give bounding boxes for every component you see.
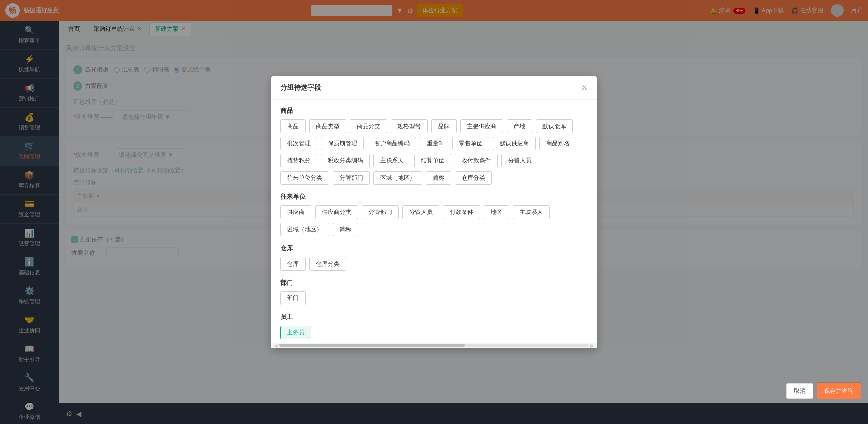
- field-tag-region[interactable]: 区域（地区）: [373, 171, 422, 185]
- cancel-button[interactable]: 取消: [786, 383, 813, 399]
- section-warehouse: 仓库 仓库 仓库分类: [280, 244, 588, 271]
- section-counterpart: 往来单位 供应商 供应商分类 分管部门 分管人员 付款条件 地区 主联系人 区域…: [280, 193, 588, 236]
- modal-header: 分组待选字段 ✕: [271, 76, 597, 100]
- field-tag-spec-model[interactable]: 规格型号: [391, 119, 428, 133]
- field-tag-settle-unit[interactable]: 结算单位: [414, 154, 451, 167]
- field-tag-dept[interactable]: 分管部门: [333, 171, 370, 185]
- field-tag-customer-code[interactable]: 客户商品编码: [368, 137, 416, 150]
- field-tag-cp-dept[interactable]: 分管部门: [362, 205, 399, 219]
- field-tag-pick-points[interactable]: 拣货积分: [280, 154, 317, 167]
- department-fields: 部门: [280, 291, 588, 305]
- field-tag-quality[interactable]: 保质期管理: [321, 137, 364, 150]
- field-tag-origin[interactable]: 产地: [507, 119, 532, 133]
- field-tag-cp-region[interactable]: 区域（地区）: [280, 223, 329, 236]
- field-tag-product-category[interactable]: 商品分类: [350, 119, 387, 133]
- section-product: 商品 商品 商品类型 商品分类 规格型号 品牌 主要供应商 产地 默认仓库 批次…: [280, 107, 588, 185]
- section-product-title: 商品: [280, 107, 588, 115]
- product-fields: 商品 商品类型 商品分类 规格型号 品牌 主要供应商 产地 默认仓库 批次管理 …: [280, 119, 588, 185]
- field-tag-supervisor[interactable]: 分管人员: [501, 154, 538, 167]
- field-tag-counterpart-category[interactable]: 往来单位分类: [280, 171, 329, 185]
- section-employee: 员工 业务员: [280, 313, 588, 339]
- hscrollbar[interactable]: [279, 344, 589, 347]
- field-tag-supplier-category[interactable]: 供应商分类: [315, 205, 358, 219]
- modal-dialog: 分组待选字段 ✕ 商品 商品 商品类型 商品分类 规格型号 品牌 主要供应商 产…: [271, 76, 597, 348]
- field-tag-product[interactable]: 商品: [280, 119, 306, 133]
- modal-footer-actions: 取消 保存并查询: [786, 379, 861, 403]
- modal-close-button[interactable]: ✕: [581, 83, 588, 93]
- field-tag-default-supplier[interactable]: 默认供应商: [493, 137, 536, 150]
- save-query-button[interactable]: 保存并查询: [817, 383, 861, 399]
- modal-body: 商品 商品 商品类型 商品分类 规格型号 品牌 主要供应商 产地 默认仓库 批次…: [271, 100, 597, 343]
- modal-overlay: 分组待选字段 ✕ 商品 商品 商品类型 商品分类 规格型号 品牌 主要供应商 产…: [0, 0, 868, 424]
- field-tag-retail-unit[interactable]: 零售单位: [452, 137, 489, 150]
- section-counterpart-title: 往来单位: [280, 193, 588, 201]
- field-tag-cp-short-name[interactable]: 简称: [333, 223, 358, 236]
- field-tag-salesperson[interactable]: 业务员: [280, 326, 311, 339]
- field-tag-main-contact[interactable]: 主联系人: [373, 154, 410, 167]
- warehouse-fields: 仓库 仓库分类: [280, 257, 588, 271]
- section-department-title: 部门: [280, 279, 588, 287]
- hscroll-right[interactable]: ▶: [590, 343, 594, 348]
- field-tag-payment-cond[interactable]: 付款条件: [443, 205, 480, 219]
- field-tag-tax-code[interactable]: 税收分类编码: [321, 154, 370, 167]
- field-tag-warehouse-cat[interactable]: 仓库分类: [309, 257, 346, 271]
- field-tag-area[interactable]: 地区: [484, 205, 509, 219]
- field-tag-department[interactable]: 部门: [280, 291, 306, 305]
- hscroll-left[interactable]: ◀: [274, 343, 278, 348]
- field-tag-short-name[interactable]: 简称: [426, 171, 451, 185]
- employee-fields: 业务员: [280, 326, 588, 339]
- section-warehouse-title: 仓库: [280, 244, 588, 252]
- field-tag-default-warehouse[interactable]: 默认仓库: [536, 119, 573, 133]
- modal-title: 分组待选字段: [280, 83, 321, 92]
- field-tag-batch[interactable]: 批次管理: [280, 137, 317, 150]
- section-employee-title: 员工: [280, 313, 588, 321]
- field-tag-weight[interactable]: 重量3: [420, 137, 448, 150]
- field-tag-warehouse-category[interactable]: 仓库分类: [455, 171, 492, 185]
- field-tag-cp-supervisor[interactable]: 分管人员: [402, 205, 439, 219]
- field-tag-brand[interactable]: 品牌: [431, 119, 457, 133]
- field-tag-warehouse[interactable]: 仓库: [280, 257, 306, 271]
- field-tag-product-type[interactable]: 商品类型: [309, 119, 346, 133]
- field-tag-supplier[interactable]: 供应商: [280, 205, 311, 219]
- field-tag-cp-contact[interactable]: 主联系人: [513, 205, 550, 219]
- section-department: 部门 部门: [280, 279, 588, 305]
- field-tag-payment-terms[interactable]: 收付款条件: [455, 154, 498, 167]
- field-tag-main-supplier[interactable]: 主要供应商: [460, 119, 503, 133]
- field-tag-alias[interactable]: 商品别名: [539, 137, 576, 150]
- counterpart-fields: 供应商 供应商分类 分管部门 分管人员 付款条件 地区 主联系人 区域（地区） …: [280, 205, 588, 236]
